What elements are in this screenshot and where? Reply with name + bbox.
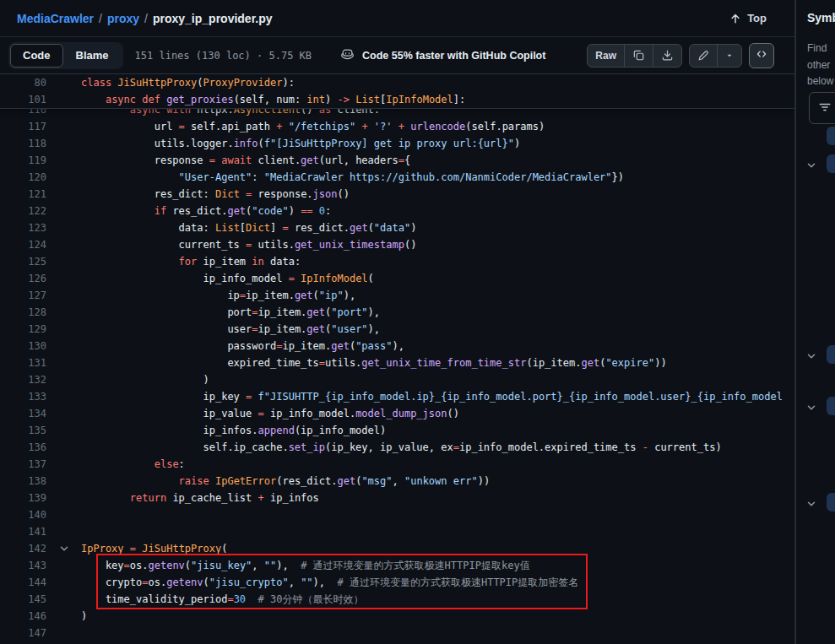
line-number[interactable]: 120: [0, 169, 46, 186]
back-to-top-button[interactable]: Top: [729, 12, 767, 24]
code-token: =: [252, 323, 258, 335]
code-token: "": [301, 576, 312, 588]
line-number[interactable]: 143: [0, 557, 46, 574]
gutter: [46, 490, 81, 506]
code-text: ip_key = f"JISUHTTP_{ip_info_model.ip}_{…: [81, 388, 794, 405]
line-number[interactable]: 138: [0, 473, 46, 490]
line-number[interactable]: 135: [0, 422, 46, 439]
line-number[interactable]: 125: [0, 253, 46, 270]
symbol-group-chevron-icon[interactable]: [806, 497, 816, 512]
download-raw-button[interactable]: [653, 45, 681, 67]
copy-raw-button[interactable]: [624, 45, 653, 67]
code-line: 135 ip_infos.append(ip_info_model): [0, 422, 794, 439]
code-token: ip_infos: [264, 492, 319, 504]
line-number[interactable]: 118: [0, 135, 46, 152]
symbol-item[interactable]: [827, 493, 835, 511]
line-number[interactable]: 144: [0, 574, 46, 591]
breadcrumb-repo-link[interactable]: MediaCrawler: [17, 12, 94, 25]
line-number[interactable]: 137: [0, 456, 46, 473]
code-token: :: [179, 458, 185, 470]
code-token: ,: [393, 475, 404, 487]
line-number[interactable]: 123: [0, 219, 46, 236]
line-number[interactable]: 134: [0, 405, 46, 422]
tab-code[interactable]: Code: [10, 44, 63, 68]
code-line: 134 ip_value = ip_info_model.model_dump_…: [0, 405, 794, 422]
code-line: 138 raise IpGetError(res_dict.get("msg",…: [0, 473, 794, 490]
copilot-banner[interactable]: Code 55% faster with GitHub Copilot: [340, 47, 545, 63]
code-line: 139 return ip_cache_list + ip_infos: [0, 490, 794, 506]
line-number[interactable]: 129: [0, 321, 46, 338]
code-token: get: [301, 154, 319, 166]
code-line: 120 "User-Agent": "MediaCrawler https://…: [0, 169, 794, 186]
caret-down-icon: [725, 51, 734, 60]
code-token: [313, 205, 319, 217]
code-blame-switcher: Code Blame: [8, 42, 123, 69]
line-number[interactable]: 126: [0, 270, 46, 287]
breadcrumb-bar: MediaCrawler / proxy / proxy_ip_provider…: [0, 0, 794, 37]
line-number[interactable]: 80: [0, 74, 46, 91]
line-number[interactable]: 119: [0, 152, 46, 169]
line-number[interactable]: 142: [0, 540, 46, 557]
tab-blame[interactable]: Blame: [63, 44, 122, 68]
code-token: "pass": [355, 340, 392, 352]
gutter: [46, 506, 81, 523]
code-text: ip_info_model = IpInfoModel(: [81, 270, 794, 287]
symbol-item[interactable]: [827, 345, 835, 364]
code-token: +: [361, 121, 367, 133]
code-token: "ip": [319, 290, 344, 301]
gutter: [46, 473, 81, 490]
code-token: # 通过环境变量的方式获取极速HTTPIP提取加密签名: [338, 576, 579, 588]
line-number[interactable]: 101: [0, 91, 46, 108]
code-token: get: [581, 357, 599, 369]
raw-button[interactable]: Raw: [588, 45, 624, 67]
code-token: "": [264, 560, 276, 571]
line-number[interactable]: 124: [0, 236, 46, 253]
line-number[interactable]: 136: [0, 439, 46, 456]
line-number[interactable]: 139: [0, 490, 46, 506]
code-token: [: [240, 222, 246, 234]
line-number[interactable]: 147: [0, 625, 46, 641]
code-token: (self.params): [465, 121, 545, 133]
line-number[interactable]: 131: [0, 354, 46, 371]
line-number[interactable]: 145: [0, 591, 46, 608]
line-number[interactable]: 132: [0, 371, 46, 388]
code-token: Dict: [246, 222, 270, 234]
code-text: ip=ip_item.get("ip"),: [81, 287, 794, 304]
symbols-filter-button[interactable]: [809, 92, 835, 124]
code-token: get: [227, 205, 246, 217]
line-number[interactable]: 121: [0, 186, 46, 203]
line-number[interactable]: 127: [0, 287, 46, 304]
code-token: ip_cache_list: [166, 492, 258, 504]
line-number[interactable]: 130: [0, 338, 46, 354]
line-number[interactable]: 140: [0, 506, 46, 523]
breadcrumb-folder-link[interactable]: proxy: [107, 12, 139, 25]
code-token: res_dict:: [81, 188, 215, 200]
gutter: [46, 304, 81, 321]
edit-file-button[interactable]: [690, 45, 717, 67]
symbol-group-chevron-icon[interactable]: [806, 159, 816, 174]
code-token: port: [81, 306, 252, 318]
code-token: (): [404, 239, 416, 251]
symbol-group-chevron-icon[interactable]: [806, 349, 816, 365]
symbols-panel-toggle[interactable]: [749, 43, 774, 68]
edit-dropdown-button[interactable]: [717, 45, 741, 67]
symbol-group-chevron-icon[interactable]: [806, 401, 816, 416]
code-token: json: [313, 188, 338, 200]
symbol-item[interactable]: [827, 397, 835, 415]
line-number[interactable]: 117: [0, 118, 46, 135]
code-line: 121 res_dict: Dict = response.json(): [0, 186, 794, 203]
line-number[interactable]: 128: [0, 304, 46, 321]
line-number[interactable]: 141: [0, 523, 46, 540]
code-token: [81, 171, 179, 183]
line-number[interactable]: 122: [0, 203, 46, 219]
line-number[interactable]: 133: [0, 388, 46, 405]
gutter: [46, 287, 81, 304]
code-text: data: List[Dict] = res_dict.get("data"): [81, 219, 794, 236]
code-token: =: [227, 593, 233, 605]
line-number[interactable]: 146: [0, 608, 46, 625]
collapse-region-chevron-icon[interactable]: [46, 540, 81, 557]
code-line: 133 ip_key = f"JISUHTTP_{ip_info_model.i…: [0, 388, 794, 405]
symbol-item[interactable]: [827, 127, 835, 145]
symbol-item[interactable]: [827, 154, 835, 173]
code-token: ip_info_model.expired_time_ts: [459, 441, 643, 453]
